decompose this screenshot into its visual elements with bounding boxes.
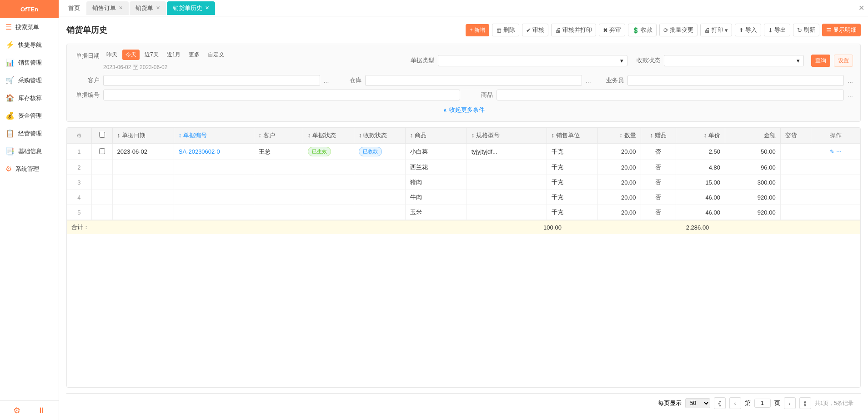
row-price: 2.50 <box>676 144 725 160</box>
audit-button[interactable]: ✔ 审核 <box>522 24 548 36</box>
row-amount: 300.00 <box>725 175 780 190</box>
doc-no-input[interactable] <box>103 90 460 100</box>
export-button[interactable]: ⬇ 导出 <box>764 24 790 36</box>
col-doc-status-header[interactable]: ↕ 单据状态 <box>303 128 354 144</box>
tab-home[interactable]: 首页 <box>63 1 85 15</box>
tab-sales-order-close[interactable]: ✕ <box>119 5 123 11</box>
new-button[interactable]: + 新增 <box>466 24 489 36</box>
tab-sales-history-close[interactable]: ✕ <box>205 5 209 11</box>
select-all-checkbox[interactable] <box>99 132 105 138</box>
row-no[interactable] <box>174 205 254 220</box>
row-action[interactable] <box>811 175 860 190</box>
sidebar-item-purchase-mgmt[interactable]: 🛒 采购管理 <box>0 71 59 89</box>
batch-change-button[interactable]: ⟳ 批量变更 <box>659 24 697 36</box>
sidebar-item-search-menu[interactable]: ☰ 搜索菜单 <box>0 18 59 36</box>
audit-print-button[interactable]: 🖨 审核并打印 <box>551 24 596 36</box>
business-input[interactable] <box>627 75 844 86</box>
filter-customer-field: 客户 ... <box>74 75 329 86</box>
col-customer-header[interactable]: ↕ 客户 <box>254 128 303 144</box>
col-gift-header[interactable]: ↕ 赠品 <box>641 128 676 144</box>
col-date-header[interactable]: ↕ 单据日期 <box>112 128 174 144</box>
col-pay-status-header[interactable]: ↕ 收款状态 <box>354 128 405 144</box>
prev-page-button[interactable]: ‹ <box>729 397 741 409</box>
col-price-header[interactable]: ↕ 单价 <box>676 128 725 144</box>
refresh-button[interactable]: ↻ 刷新 <box>793 24 819 36</box>
sidebar-item-quick-nav[interactable]: ⚡ 快捷导航 <box>0 36 59 54</box>
date-btn-7days[interactable]: 近7天 <box>141 50 162 60</box>
col-no-header[interactable]: ↕ 单据编号 <box>174 128 254 144</box>
date-btn-yesterday[interactable]: 昨天 <box>103 50 120 60</box>
table-settings-icon[interactable]: ⚙ <box>76 132 82 139</box>
row-customer <box>254 205 303 220</box>
first-page-button[interactable]: ⟪ <box>714 397 726 409</box>
customer-dots[interactable]: ... <box>324 77 329 84</box>
row-action[interactable] <box>811 205 860 220</box>
row-edit-btn[interactable]: ✎ <box>830 149 834 155</box>
row-qty: 20.00 <box>597 144 641 160</box>
row-action[interactable] <box>811 160 860 175</box>
business-dots[interactable]: ... <box>848 77 853 84</box>
goods-dots[interactable]: ... <box>848 91 853 99</box>
row-checkbox-cell[interactable] <box>91 175 112 190</box>
sidebar-item-basic-info[interactable]: 📑 基础信息 <box>0 142 59 160</box>
col-settings[interactable]: ⚙ <box>67 128 91 144</box>
page-number-input[interactable]: 1 <box>754 399 771 408</box>
warehouse-input[interactable] <box>365 75 582 86</box>
sidebar-item-fund-mgmt[interactable]: 💰 资金管理 <box>0 107 59 125</box>
abandon-button[interactable]: ✖ 弃审 <box>599 24 625 36</box>
import-button[interactable]: ⬆ 导入 <box>735 24 761 36</box>
print-button[interactable]: 🖨 打印 ▾ <box>700 24 732 36</box>
filter-area: 单据日期 昨天 今天 近7天 近1月 更多 自定义 2023-06-02 至 2… <box>66 44 861 122</box>
customer-input[interactable] <box>103 75 320 86</box>
row-action[interactable] <box>811 190 860 205</box>
row-no[interactable] <box>174 160 254 175</box>
row-checkbox-cell[interactable] <box>91 144 112 160</box>
date-btn-1month[interactable]: 近1月 <box>164 50 184 60</box>
row-action[interactable]: ✎ ⋯ <box>811 144 860 160</box>
row-checkbox-cell[interactable] <box>91 160 112 175</box>
per-page-select[interactable]: 20 50 100 <box>685 398 710 408</box>
tab-sales-order[interactable]: 销售订单 ✕ <box>86 1 129 15</box>
sidebar-item-inventory[interactable]: 🏠 库存核算 <box>0 89 59 107</box>
row-no[interactable] <box>174 175 254 190</box>
collect-button[interactable]: 💲 收款 <box>628 24 657 36</box>
tab-sales-history[interactable]: 销货单历史 ✕ <box>167 1 215 15</box>
sidebar-pause-icon[interactable]: ⏸ <box>37 406 45 415</box>
row-no[interactable] <box>174 190 254 205</box>
col-check[interactable] <box>91 128 112 144</box>
sidebar-item-sys-mgmt[interactable]: ⚙ 系统管理 <box>0 160 59 178</box>
doc-type-select[interactable]: ▾ <box>438 55 627 66</box>
tab-close-all-button[interactable]: ✕ <box>858 4 864 12</box>
sidebar-settings-icon[interactable]: ⚙ <box>13 405 20 415</box>
date-btn-more[interactable]: 更多 <box>186 50 203 60</box>
row-unit: 千克 <box>547 205 597 220</box>
col-spec-header[interactable]: ↕ 规格型号 <box>467 128 547 144</box>
row-more-btn[interactable]: ⋯ <box>836 149 842 155</box>
col-unit-header[interactable]: ↕ 销售单位 <box>547 128 597 144</box>
show-detail-button[interactable]: ☰ 显示明细 <box>822 24 861 36</box>
warehouse-dots[interactable]: ... <box>586 77 591 84</box>
query-button[interactable]: 查询 <box>811 55 830 67</box>
row-deal <box>780 144 811 160</box>
col-goods-header[interactable]: ↕ 商品 <box>405 128 467 144</box>
goods-input[interactable] <box>497 90 844 100</box>
row-no[interactable]: SA-20230602-0 <box>174 144 254 160</box>
settings-query-button[interactable]: 设置 <box>834 55 853 67</box>
tab-sales-goods[interactable]: 销货单 ✕ <box>130 1 166 15</box>
row-checkbox[interactable] <box>99 148 105 154</box>
row-checkbox-cell[interactable] <box>91 190 112 205</box>
date-btn-today[interactable]: 今天 <box>122 50 140 60</box>
last-page-button[interactable]: ⟫ <box>799 397 811 409</box>
date-btn-custom[interactable]: 自定义 <box>205 50 227 60</box>
collapse-button[interactable]: ∧ 收起更多条件 <box>441 104 487 116</box>
row-gift: 否 <box>641 160 676 175</box>
sidebar-item-ops-mgmt[interactable]: 📋 经营管理 <box>0 125 59 142</box>
row-checkbox-cell[interactable] <box>91 205 112 220</box>
col-qty-header[interactable]: ↕ 数量 <box>597 128 641 144</box>
tab-sales-goods-close[interactable]: ✕ <box>156 5 160 11</box>
next-page-button[interactable]: › <box>784 397 796 409</box>
row-qty: 20.00 <box>597 160 641 175</box>
pay-status-select[interactable]: ▾ <box>664 55 804 66</box>
sidebar-item-sales-mgmt[interactable]: 📊 销售管理 <box>0 54 59 71</box>
delete-button[interactable]: 🗑 删除 <box>492 24 519 36</box>
